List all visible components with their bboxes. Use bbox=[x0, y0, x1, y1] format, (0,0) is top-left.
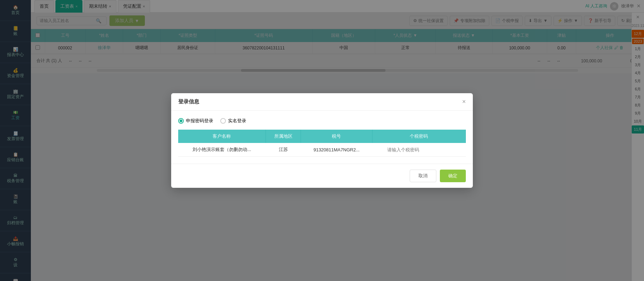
login-info-table: 客户名称 所属地区 税号 个税密码 刘小艳演示账套（勿删勿动... 江苏 913… bbox=[178, 130, 466, 157]
dialog-overlay: 登录信息 × 申报密码登录 实名登录 客户名称 bbox=[0, 0, 644, 281]
dialog-title: 登录信息 bbox=[178, 98, 199, 105]
tax-password-input[interactable] bbox=[387, 147, 450, 152]
col-region: 所属地区 bbox=[266, 130, 301, 143]
region-cell: 江苏 bbox=[266, 143, 301, 157]
col-tax-password: 个税密码 bbox=[372, 130, 465, 143]
radio-password-circle bbox=[178, 118, 184, 124]
login-type-radio-group: 申报密码登录 实名登录 bbox=[178, 118, 466, 124]
radio-realname-circle bbox=[220, 118, 226, 124]
col-tax-no: 税号 bbox=[301, 130, 372, 143]
login-dialog: 登录信息 × 申报密码登录 实名登录 客户名称 bbox=[171, 93, 473, 188]
cancel-button[interactable]: 取消 bbox=[410, 170, 436, 182]
dialog-body: 申报密码登录 实名登录 客户名称 所属地区 税号 个税密码 bbox=[171, 111, 473, 164]
dialog-header: 登录信息 × bbox=[171, 93, 473, 111]
password-input-cell[interactable] bbox=[372, 143, 465, 157]
col-client-name: 客户名称 bbox=[178, 130, 266, 143]
tax-no-cell: 91320811MA7NGR2... bbox=[301, 143, 372, 157]
confirm-button[interactable]: 确定 bbox=[440, 170, 466, 182]
dialog-footer: 取消 确定 bbox=[171, 164, 473, 188]
login-table-row: 刘小艳演示账套（勿删勿动... 江苏 91320811MA7NGR2... bbox=[178, 143, 466, 157]
radio-password-login[interactable]: 申报密码登录 bbox=[178, 118, 213, 124]
radio-realname-login[interactable]: 实名登录 bbox=[220, 118, 246, 124]
client-name-cell: 刘小艳演示账套（勿删勿动... bbox=[178, 143, 266, 157]
dialog-close-button[interactable]: × bbox=[462, 98, 466, 105]
